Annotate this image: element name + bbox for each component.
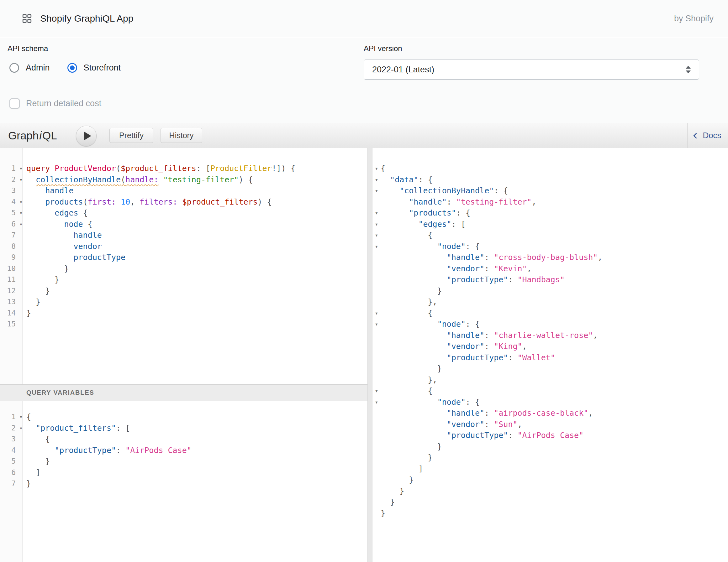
line-number: 5 — [0, 208, 16, 219]
storefront-radio[interactable] — [67, 63, 77, 73]
detailed-cost-row: Return detailed cost — [9, 98, 101, 109]
fold-gutter — [372, 341, 381, 352]
select-updown-icon — [686, 66, 691, 73]
code-text: } — [381, 285, 442, 297]
fold-gutter — [372, 252, 381, 263]
fold-caret-icon[interactable]: ▾ — [372, 174, 381, 186]
api-version-select[interactable]: 2022-01 (Latest) — [364, 60, 699, 80]
fold-gutter — [16, 185, 26, 197]
code-text: edges { — [26, 208, 88, 219]
code-text: "node": { — [381, 241, 480, 252]
code-text: } — [26, 274, 59, 285]
fold-caret-icon[interactable]: ▾ — [372, 318, 381, 330]
code-line: ▾ "edges": [ — [372, 219, 728, 230]
query-editor[interactable]: 1▾query ProductVendor($product_filters: … — [0, 163, 367, 330]
docs-button[interactable]: Docs — [687, 123, 728, 148]
fold-caret-icon[interactable]: ▾ — [372, 230, 381, 241]
prettify-button[interactable]: Prettify — [109, 128, 153, 143]
code-line: ▾ "data": { — [372, 174, 728, 186]
fold-gutter — [16, 467, 26, 478]
code-line: 4▾ products(first: 10, filters: $product… — [0, 197, 367, 208]
fold-gutter — [372, 363, 381, 374]
fold-caret-icon[interactable]: ▾ — [16, 411, 26, 423]
code-line: 14} — [0, 307, 367, 319]
fold-caret-icon[interactable]: ▾ — [372, 307, 381, 319]
code-line: 11 } — [0, 274, 367, 285]
code-text: "handle": "testing-filter", — [381, 197, 536, 208]
fold-caret-icon[interactable]: ▾ — [16, 208, 26, 219]
fold-caret-icon[interactable]: ▾ — [372, 219, 381, 230]
code-text: productType — [26, 252, 125, 263]
fold-caret-icon[interactable]: ▾ — [372, 208, 381, 219]
code-line: 13 } — [0, 296, 367, 307]
fold-gutter — [372, 296, 381, 307]
code-text: { — [381, 163, 385, 174]
fold-caret-icon[interactable]: ▾ — [16, 423, 26, 434]
code-text: }, — [381, 374, 437, 386]
result-viewer[interactable]: ▾{▾ "data": {▾ "collectionByHandle": { "… — [372, 163, 728, 519]
code-text: } — [381, 441, 442, 452]
config-section: API schema Admin Storefront API version … — [0, 38, 728, 123]
code-text: node { — [26, 219, 92, 230]
admin-radio[interactable] — [9, 63, 19, 73]
code-text: collectionByHandle(handle: "testing-filt… — [26, 174, 253, 186]
query-variables-header[interactable]: QUERY VARIABLES — [0, 384, 367, 401]
code-text: "node": { — [381, 318, 480, 330]
code-text: "products": { — [381, 208, 470, 219]
code-line: "vendor": "King", — [372, 341, 728, 352]
fold-gutter — [372, 496, 381, 508]
fold-gutter — [372, 430, 381, 441]
line-number: 4 — [0, 197, 16, 208]
code-line: ▾ { — [372, 230, 728, 241]
line-number: 1 — [0, 411, 16, 423]
storefront-radio-label[interactable]: Storefront — [84, 63, 121, 73]
query-variables-title: QUERY VARIABLES — [26, 389, 94, 396]
code-line: 6 ] — [0, 467, 367, 478]
code-text: "vendor": "Kevin", — [381, 263, 532, 275]
detailed-cost-checkbox[interactable] — [9, 98, 20, 109]
code-text: vendor — [26, 241, 102, 252]
fold-caret-icon[interactable]: ▾ — [16, 163, 26, 174]
fold-gutter — [16, 307, 26, 319]
code-line: }, — [372, 296, 728, 307]
execute-button[interactable] — [76, 126, 97, 146]
docs-label: Docs — [703, 131, 721, 140]
fold-caret-icon[interactable]: ▾ — [372, 241, 381, 252]
fold-caret-icon[interactable]: ▾ — [372, 185, 381, 197]
admin-radio-label[interactable]: Admin — [26, 63, 50, 73]
pane-divider[interactable] — [367, 148, 372, 562]
code-text: } — [26, 307, 31, 319]
fold-caret-icon[interactable]: ▾ — [16, 197, 26, 208]
fold-gutter — [16, 241, 26, 252]
graphiql-toolbar: GraphiQL Prettify History Docs — [0, 123, 728, 148]
code-text: } — [26, 263, 69, 275]
history-button[interactable]: History — [161, 128, 202, 143]
fold-gutter — [16, 445, 26, 456]
fold-caret-icon[interactable]: ▾ — [16, 219, 26, 230]
fold-caret-icon[interactable]: ▾ — [372, 396, 381, 408]
code-text: "edges": [ — [381, 219, 466, 230]
code-line: } — [372, 486, 728, 497]
fold-caret-icon[interactable]: ▾ — [372, 385, 381, 396]
code-line: "handle": "testing-filter", — [372, 197, 728, 208]
variables-editor[interactable]: 1▾{2▾ "product_filters": [3 {4 "productT… — [0, 411, 367, 489]
code-line: 4 "productType": "AirPods Case" — [0, 445, 367, 456]
play-icon — [84, 132, 91, 140]
fold-gutter — [372, 197, 381, 208]
code-text: ] — [381, 463, 423, 475]
code-line: } — [372, 441, 728, 452]
line-number: 14 — [0, 307, 16, 319]
fold-caret-icon[interactable]: ▾ — [16, 174, 26, 186]
detailed-cost-label[interactable]: Return detailed cost — [26, 99, 101, 108]
code-line: "handle": "airpods-case-black", — [372, 407, 728, 419]
logo-ql: QL — [42, 129, 57, 142]
fold-caret-icon[interactable]: ▾ — [372, 163, 381, 174]
fold-gutter — [372, 474, 381, 486]
code-line: 1▾{ — [0, 411, 367, 423]
line-number: 6 — [0, 467, 16, 478]
code-text: } — [26, 456, 50, 467]
api-version-label: API version — [364, 44, 402, 53]
fold-gutter — [372, 330, 381, 341]
code-line: } — [372, 452, 728, 463]
result-pane: ▾{▾ "data": {▾ "collectionByHandle": { "… — [372, 148, 728, 562]
